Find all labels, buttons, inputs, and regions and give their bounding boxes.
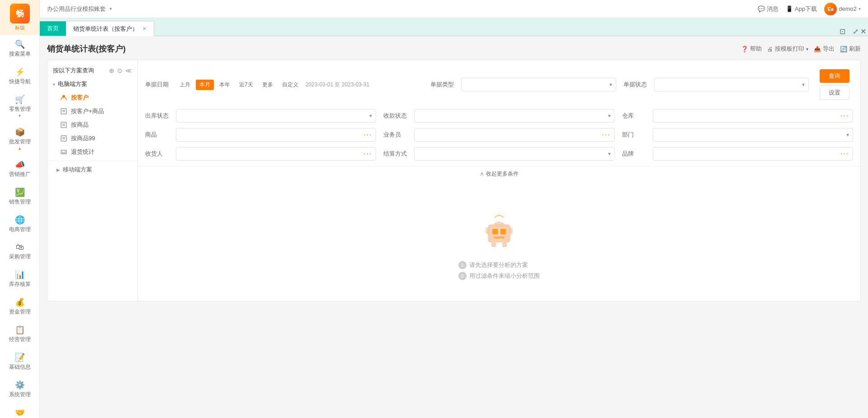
message-button[interactable]: 💬 消息 [758,5,778,13]
help-button[interactable]: ❓ 帮助 [741,45,762,53]
app-download-button[interactable]: 📱 App下载 [786,5,817,13]
date-btn-more[interactable]: 更多 [259,80,277,90]
warehouse-dots: ··· [840,112,849,120]
sidebar: 畅 标版 🔍 搜索菜单 ⚡ 快捷导航 🛒 零售管理 ▾ 📦 批发管理 ▴ 📣 营… [0,0,40,418]
warehouse-select[interactable]: ··· [653,109,853,123]
hint-text-1: 请先选择要分析的方案 [469,261,528,269]
help-label: 帮助 [750,45,762,53]
filter-brand: 品牌 ··· [622,147,853,161]
marketing-icon: 📣 [15,160,25,170]
brand-select[interactable]: ··· [653,147,853,161]
product-dots: ··· [363,131,372,139]
settlement-label: 结算方式 [383,150,410,158]
product-select[interactable]: ··· [176,128,376,142]
export-button[interactable]: 📤 导出 [814,45,835,53]
message-icon: 💬 [758,5,765,12]
tab-expand-icon[interactable]: ⊡ [834,27,851,36]
sidebar-search[interactable]: 🔍 搜索菜单 [0,35,39,62]
sidebar-item-sales[interactable]: 💹 销售管理 [0,183,39,210]
sidebar-item-operation[interactable]: 📋 经营管理 [0,320,39,348]
doc-status-select[interactable]: ▾ [654,78,809,91]
sidebar-item-label: 零售管理 [9,105,31,113]
filter-area: 单据日期 上月 本月 本年 近7天 更多 自定义 2023-03-01 至 20… [138,60,860,301]
desktop-arrow-icon: ▾ [53,82,55,87]
inventory-icon: 📊 [15,270,25,280]
scheme-item-by-customer-product[interactable]: 按客户+商品 [47,104,137,118]
print-button[interactable]: 🖨 按模板打印 ▾ [767,45,808,53]
sidebar-item-system[interactable]: ⚙️ 系统管理 [0,375,39,403]
empty-hint-1: ① 请先选择要分析的方案 [458,261,540,269]
sidebar-item-label: 基础信息 [9,363,31,371]
sidebar-item-finance[interactable]: 💰 资金管理 [0,293,39,320]
sidebar-item-label: 库存核算 [9,280,31,288]
topbar-left: 办公用品行业模拟账套 ▾ [47,5,112,13]
content-body: 按以下方案查询 ⊕ ⊙ ≪ ▾ 电脑端方案 [47,60,861,301]
empty-state: ① 请先选择要分析的方案 ② 用过滤条件来缩小分析范围 [138,181,860,301]
tab-home[interactable]: 首页 [40,21,66,36]
tab-sales-stat[interactable]: 销货单统计表（按客户） ✕ [66,21,154,36]
scheme-item-by-product[interactable]: 按商品 [47,118,137,132]
settlement-chevron: ▾ [608,151,611,157]
salesperson-label: 业务员 [383,131,410,139]
settlement-select[interactable]: ▾ [414,147,614,161]
sidebar-item-label: 经营管理 [9,336,31,343]
date-btn-last7[interactable]: 近7天 [236,80,257,90]
topbar-dropdown-icon[interactable]: ▾ [109,6,112,12]
department-chevron: ▾ [846,132,849,138]
date-btn-current-year[interactable]: 本年 [216,80,234,90]
topbar-title: 办公用品行业模拟账套 [47,5,106,13]
svg-rect-19 [509,228,513,234]
add-scheme-icon[interactable]: ⊕ [109,67,114,74]
search-icon: 🔍 [15,39,25,49]
sidebar-item-inventory[interactable]: 📊 库存核算 [0,265,39,293]
salesperson-dots: ··· [602,131,610,139]
sidebar-item-ecommerce[interactable]: 🌐 电商管理 [0,210,39,238]
sidebar-item-marketing[interactable]: 📣 营销推广 [0,155,39,183]
refresh-button[interactable]: 🔄 刷新 [840,45,861,53]
tab-close-icon[interactable]: ✕ [142,26,146,32]
print-label: 按模板打印 [775,45,804,53]
filter-doc-status: 单据状态 ▾ [623,78,809,91]
scheme-section-mobile-header[interactable]: ▶ 移动端方案 [47,163,137,176]
sidebar-item-enterprise[interactable]: 🤝 企业协同 [0,403,39,418]
sidebar-item-label: 电商管理 [9,226,31,233]
date-btn-prev-month[interactable]: 上月 [176,80,194,90]
fullscreen-icon[interactable]: ⤢ [853,27,859,36]
collapse-bar[interactable]: ∧ 收起更多条件 [138,166,860,181]
settings-button[interactable]: 设置 [820,86,849,100]
department-select[interactable]: ▾ [653,128,853,142]
sidebar-item-retail[interactable]: 🛒 零售管理 ▾ [0,90,39,123]
scheme-item-return-stat[interactable]: 退货统计 [47,145,137,159]
scheme-item-by-customer[interactable]: 按客户 [47,91,137,104]
scheme-item-label: 按商品 [71,121,89,129]
brand-label: 品牌 [622,150,649,158]
doc-status-label: 单据状态 [623,81,651,89]
close-window-icon[interactable]: ✕ [860,27,866,36]
enterprise-icon: 🤝 [15,408,25,418]
doc-type-select[interactable]: ▾ [461,78,616,91]
user-menu[interactable]: Ea demo2 ▾ [824,3,861,15]
purchase-icon: 🛍 [16,242,24,252]
filter-row-2: 出库状态 ▾ 收款状态 ▾ [145,109,853,123]
sidebar-item-purchase[interactable]: 🛍 采购管理 [0,238,39,265]
scheme-item-by-product-99[interactable]: 按商品99 [47,132,137,145]
mobile-arrow-icon: ▶ [57,167,60,172]
collapse-scheme-icon[interactable]: ≪ [125,67,132,74]
filter-settlement: 结算方式 ▾ [383,147,614,161]
date-btn-current-month[interactable]: 本月 [196,80,214,90]
salesperson-select[interactable]: ··· [414,128,614,142]
search-button[interactable]: 查询 [820,69,849,83]
svg-rect-16 [500,229,506,234]
receiver-select[interactable]: ··· [176,147,376,161]
sidebar-item-basic[interactable]: 📝 基础信息 [0,348,39,375]
product99-icon [60,135,67,142]
out-status-select[interactable]: ▾ [176,109,376,123]
sidebar-item-wholesale[interactable]: 📦 批发管理 ▴ [0,123,39,155]
settings-scheme-icon[interactable]: ⊙ [117,67,123,74]
topbar: 办公用品行业模拟账套 ▾ 💬 消息 📱 App下载 Ea demo2 ▾ [40,0,868,18]
sidebar-nav[interactable]: ⚡ 快捷导航 [0,62,39,90]
date-btn-custom[interactable]: 自定义 [278,80,302,90]
scheme-section-desktop-header[interactable]: ▾ 电脑端方案 [47,77,137,91]
svg-rect-20 [491,242,496,247]
collection-status-select[interactable]: ▾ [414,109,614,123]
